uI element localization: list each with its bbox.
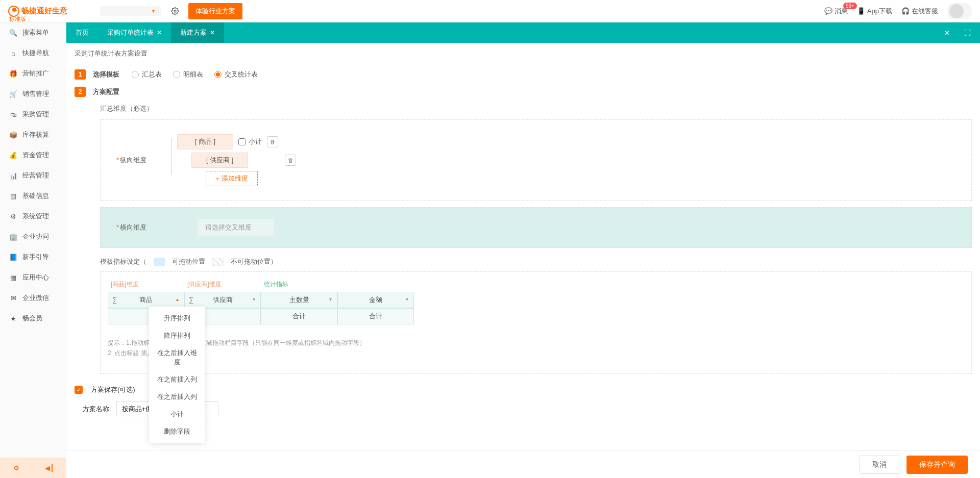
sidebar-label: 库存核算 bbox=[22, 130, 49, 139]
topbar-right: 💬 消息 99+ 📱 App下载 🎧 在线客服 bbox=[824, 3, 972, 19]
grid-icon: ▦ bbox=[9, 273, 17, 282]
column-context-menu: 升序排列 降序排列 在之后插入维度 在之前插入列 在之后插入列 小计 删除字段 bbox=[149, 307, 205, 443]
headset-icon: 🎧 bbox=[901, 7, 910, 15]
sidebar-item-basedata[interactable]: ▤基础信息 bbox=[0, 186, 66, 206]
sidebar-label: 基础信息 bbox=[22, 191, 49, 200]
menu-insert-col-before[interactable]: 在之前插入列 bbox=[149, 371, 205, 388]
topbar: 畅捷通好生意 标准版 ▾ 体验行业方案 💬 消息 99+ 📱 App下载 🎧 在… bbox=[0, 0, 980, 22]
download-link[interactable]: 📱 App下载 bbox=[857, 7, 892, 16]
cancel-button[interactable]: 取消 bbox=[860, 456, 899, 474]
save-query-button[interactable]: 保存并查询 bbox=[906, 456, 968, 474]
legend-nodrag-label: 不可拖动位置） bbox=[231, 257, 277, 266]
settings-gear-icon[interactable] bbox=[168, 4, 182, 18]
col-product[interactable]: ∑ 商品 ▴ 升序排列 降序排列 在之后插入维度 在之前插入列 在之后插入列 bbox=[108, 292, 184, 308]
close-icon[interactable]: ✕ bbox=[157, 29, 162, 36]
sidebar-item-wechat[interactable]: ✉企业微信 bbox=[0, 288, 66, 308]
tab-new-plan[interactable]: 新建方案✕ bbox=[171, 22, 224, 43]
sidebar-label: 搜索菜单 bbox=[22, 28, 49, 37]
radio-summary[interactable]: 汇总表 bbox=[132, 70, 162, 79]
sigma-icon: ∑ bbox=[112, 296, 117, 304]
menu-sort-asc[interactable]: 升序排列 bbox=[149, 310, 205, 327]
gear-icon: ⚙ bbox=[9, 212, 17, 220]
close-all-icon[interactable]: ✕ bbox=[939, 25, 954, 40]
tab-bar: 首页 采购订单统计表✕ 新建方案✕ ✕ ⛶ bbox=[66, 22, 980, 43]
sidebar-item-member[interactable]: ★畅会员 bbox=[0, 308, 66, 329]
grid-header-stats: 统计指标 bbox=[261, 278, 337, 291]
avatar bbox=[949, 4, 964, 18]
sidebar-item-quicknav[interactable]: ⌂快捷导航 bbox=[0, 43, 66, 63]
collapse-btn[interactable]: ◀┃ bbox=[33, 458, 66, 478]
sidebar-item-business[interactable]: 📊经营管理 bbox=[0, 165, 66, 186]
cart-icon: 🛒 bbox=[9, 90, 17, 98]
sidebar: 🔍搜索菜单 ⌂快捷导航 🎁营销推广 🛒销售管理 🛍采购管理 📦库存核算 💰资金管… bbox=[0, 22, 66, 478]
radio-label: 明细表 bbox=[183, 70, 203, 79]
sidebar-item-purchase[interactable]: 🛍采购管理 bbox=[0, 104, 66, 124]
chevron-down-icon: ▾ bbox=[329, 296, 332, 302]
sidebar-label: 畅会员 bbox=[22, 314, 42, 323]
sidebar-label: 资金管理 bbox=[22, 150, 49, 160]
logo: 畅捷通好生意 标准版 bbox=[8, 6, 75, 17]
tab-stats[interactable]: 采购订单统计表✕ bbox=[98, 22, 171, 43]
user-menu[interactable] bbox=[947, 3, 972, 19]
messages-link[interactable]: 💬 消息 99+ bbox=[824, 7, 848, 16]
save-label: 方案保存(可选) bbox=[91, 385, 135, 394]
menu-insert-col-after[interactable]: 在之后插入列 bbox=[149, 388, 205, 406]
download-label: App下载 bbox=[867, 7, 892, 16]
sidebar-item-apps[interactable]: ▦应用中心 bbox=[0, 267, 66, 288]
plus-icon: + bbox=[215, 175, 219, 183]
menu-delete-field[interactable]: 删除字段 bbox=[149, 423, 205, 440]
subtotal-checkbox[interactable]: 小计 bbox=[238, 137, 262, 146]
delete-icon[interactable]: 🗑 bbox=[285, 155, 296, 166]
save-checkbox[interactable]: ✓ bbox=[75, 386, 83, 394]
col-qty[interactable]: 主数量 ▾ bbox=[261, 292, 337, 308]
sidebar-item-collab[interactable]: 🏢企业协同 bbox=[0, 227, 66, 247]
sidebar-label: 企业微信 bbox=[22, 293, 49, 303]
sumcell-3: 合计 bbox=[337, 308, 414, 324]
sidebar-item-guide[interactable]: 📘新手引导 bbox=[0, 247, 66, 267]
add-label: 添加维度 bbox=[222, 174, 248, 183]
phone-icon: 📱 bbox=[857, 7, 865, 15]
support-link[interactable]: 🎧 在线客服 bbox=[901, 7, 938, 16]
settings-btn[interactable]: ⚙ bbox=[0, 458, 33, 478]
sidebar-item-sales[interactable]: 🛒销售管理 bbox=[0, 84, 66, 104]
indicator-grid: [商品]维度 [供应商]维度 统计指标 ∑ 商品 ▴ 升 bbox=[100, 271, 972, 374]
vertical-dim-box: 纵向维度 [ 商品 ] 小计 🗑 [ 供应商 ] bbox=[100, 119, 972, 201]
menu-subtotal[interactable]: 小计 bbox=[149, 406, 205, 423]
dim-tag: [ 供应商 ] bbox=[191, 153, 248, 168]
fullscreen-icon[interactable]: ⛶ bbox=[960, 25, 975, 40]
step1-title: 选择模板 bbox=[93, 70, 119, 79]
radio-label: 汇总表 bbox=[142, 70, 162, 79]
org-selector[interactable]: ▾ bbox=[100, 6, 161, 16]
delete-icon[interactable]: 🗑 bbox=[267, 136, 278, 147]
step-badge-1: 1 bbox=[75, 69, 86, 80]
step-badge-2: 2 bbox=[75, 87, 86, 97]
sidebar-item-inventory[interactable]: 📦库存核算 bbox=[0, 124, 66, 145]
close-icon[interactable]: ✕ bbox=[210, 29, 215, 36]
grid-header-product: [商品]维度 bbox=[108, 278, 184, 291]
sidebar-item-search[interactable]: 🔍搜索菜单 bbox=[0, 22, 66, 43]
messages-badge: 99+ bbox=[843, 3, 857, 9]
chart-icon: 📊 bbox=[9, 171, 17, 180]
col-amount[interactable]: 金额 ▾ bbox=[337, 292, 414, 308]
dim-node-product[interactable]: [ 商品 ] 小计 🗑 bbox=[177, 134, 296, 149]
menu-sort-desc[interactable]: 降序排列 bbox=[149, 327, 205, 344]
dim-node-supplier[interactable]: [ 供应商 ] 🗑 bbox=[191, 153, 296, 168]
cross-dim-select[interactable]: 请选择交叉维度 bbox=[198, 219, 274, 236]
step1-row: 1 选择模板 汇总表 明细表 交叉统计表 bbox=[75, 69, 972, 80]
sidebar-item-system[interactable]: ⚙系统管理 bbox=[0, 206, 66, 227]
gift-icon: 🎁 bbox=[9, 69, 17, 78]
home-icon: ⌂ bbox=[9, 49, 17, 57]
tip-line: 提示：1.拖动标题 可跨维度或指标区域拖动栏目字段（只能在同一维度或指标区域内拖… bbox=[108, 338, 964, 348]
solution-button[interactable]: 体验行业方案 bbox=[188, 3, 242, 19]
name-label: 方案名称: bbox=[83, 405, 111, 414]
radio-cross[interactable]: 交叉统计表 bbox=[214, 70, 258, 79]
sidebar-item-finance[interactable]: 💰资金管理 bbox=[0, 145, 66, 165]
sidebar-item-marketing[interactable]: 🎁营销推广 bbox=[0, 63, 66, 84]
dim-tag: [ 商品 ] bbox=[177, 134, 233, 149]
search-icon: 🔍 bbox=[9, 29, 17, 37]
radio-detail[interactable]: 明细表 bbox=[173, 70, 203, 79]
col-supplier[interactable]: ∑ 供应商 ▾ bbox=[184, 292, 261, 308]
menu-insert-dim-after[interactable]: 在之后插入维度 bbox=[149, 344, 205, 371]
add-dimension-button[interactable]: +添加维度 bbox=[206, 171, 258, 186]
tab-home[interactable]: 首页 bbox=[66, 22, 98, 43]
